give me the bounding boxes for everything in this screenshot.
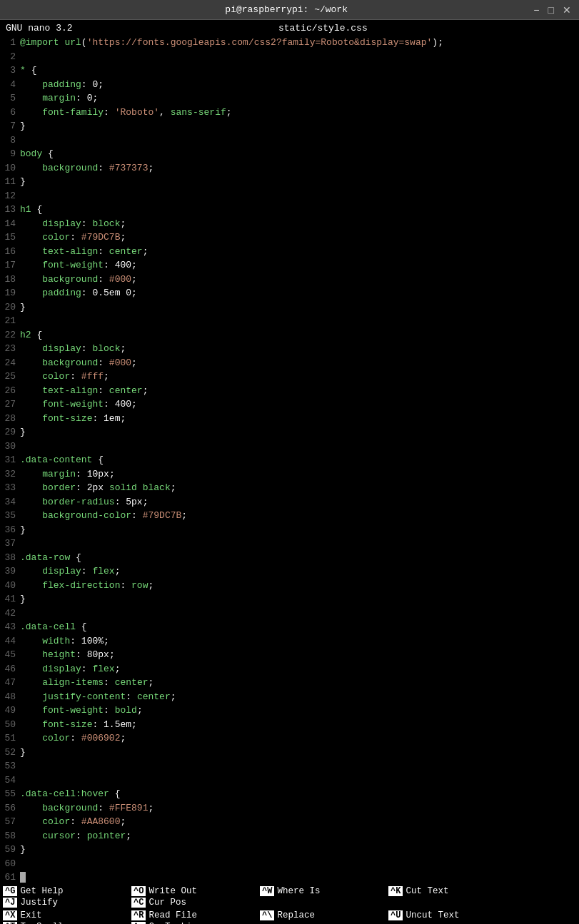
line-3: 3 * { (0, 64, 579, 78)
minimize-button[interactable]: − (531, 4, 541, 16)
line-38: 38 .data-row { (0, 551, 579, 565)
line-60: 60 (0, 857, 579, 871)
line-20: 20 } (0, 300, 579, 315)
line-51: 51 color: #006902; (0, 731, 579, 746)
line-14: 14 display: block; (0, 217, 579, 231)
line-23: 23 display: block; (0, 342, 579, 356)
line-12: 12 (0, 189, 579, 203)
line-49: 49 font-weight: bold; (0, 704, 579, 718)
line-33: 33 border: 2px solid black; (0, 481, 579, 495)
footer-item-spell[interactable]: ^T To Spell (0, 921, 129, 925)
line-46: 46 display: flex; (0, 662, 579, 676)
line-7: 7 } (0, 119, 579, 133)
line-50: 50 font-size: 1.5em; (0, 718, 579, 732)
nano-version: GNU nano 3.2 (6, 23, 73, 34)
key-read-file: ^R (131, 910, 146, 920)
footer-item-cut[interactable]: ^K Cut Text (386, 885, 514, 897)
key-goto: ^_ (131, 922, 146, 925)
line-59: 59 } (0, 843, 579, 857)
line-31: 31 .data-content { (0, 453, 579, 467)
line-58: 58 cursor: pointer; (0, 829, 579, 843)
line-41: 41 } (0, 592, 579, 606)
footer-item-exit[interactable]: ^X Exit (0, 910, 129, 921)
desc-replace: Replace (277, 910, 315, 920)
footer-item-read[interactable]: ^R Read File (129, 910, 257, 921)
desc-uncut: Uncut Text (406, 910, 459, 920)
line-22: 22 h2 { (0, 328, 579, 342)
title-bar-title: pi@raspberrypi: ~/work (41, 4, 531, 15)
desc-write-out: Write Out (148, 886, 197, 896)
close-button[interactable]: ✕ (560, 4, 573, 16)
line-28: 28 font-size: 1em; (0, 412, 579, 426)
line-42: 42 (0, 606, 579, 621)
desc-read-file: Read File (148, 910, 197, 920)
footer-item-justify[interactable]: ^J Justify (0, 897, 129, 908)
line-54: 54 (0, 773, 579, 788)
footer-item-goto[interactable]: ^_ Go To Line (129, 921, 257, 925)
line-1: 1 @import url('https://fonts.googleapis.… (0, 36, 579, 50)
key-justify: ^J (3, 898, 17, 908)
line-34: 34 border-radius: 5px; (0, 495, 579, 509)
key-where-is: ^W (260, 886, 274, 896)
line-6: 6 font-family: 'Roboto', sans-serif; (0, 106, 579, 120)
footer-item-replace[interactable]: ^\ Replace (257, 910, 386, 921)
key-uncut: ^U (388, 910, 403, 920)
footer-item-uncut[interactable]: ^U Uncut Text (386, 910, 514, 921)
line-45: 45 height: 80px; (0, 648, 579, 662)
line-13: 13 h1 { (0, 203, 579, 217)
key-exit: ^X (3, 910, 17, 920)
line-53: 53 (0, 759, 579, 773)
line-10: 10 background: #737373; (0, 161, 579, 176)
nano-header: GNU nano 3.2 static/style.css (0, 20, 579, 36)
footer-row-1: ^G Get Help ^O Write Out ^W Where Is ^K … (0, 885, 579, 909)
key-cut-text: ^K (388, 886, 403, 896)
line-9: 9 body { (0, 147, 579, 161)
line-61: 61 (0, 870, 579, 885)
footer-row-2: ^X Exit ^R Read File ^\ Replace ^U Uncut… (0, 909, 579, 925)
nano-filename: static/style.css (278, 23, 368, 34)
line-18: 18 background: #000; (0, 273, 579, 287)
line-5: 5 margin: 0; (0, 91, 579, 106)
key-write-out: ^O (131, 886, 146, 896)
footer-item-where[interactable]: ^W Where Is (257, 885, 386, 897)
line-8: 8 (0, 133, 579, 148)
footer-item-cur-pos[interactable]: ^C Cur Pos (129, 897, 257, 908)
line-44: 44 width: 100%; (0, 634, 579, 649)
line-57: 57 color: #AA8600; (0, 815, 579, 829)
desc-spell: To Spell (20, 922, 63, 925)
title-bar-controls: − □ ✕ (531, 4, 573, 16)
line-47: 47 align-items: center; (0, 676, 579, 690)
line-48: 48 justify-content: center; (0, 690, 579, 704)
line-29: 29 } (0, 425, 579, 440)
line-2: 2 (0, 50, 579, 64)
line-30: 30 (0, 440, 579, 454)
line-15: 15 color: #79DC7B; (0, 230, 579, 245)
key-cur-pos: ^C (131, 898, 146, 908)
footer-item-write[interactable]: ^O Write Out (129, 885, 257, 897)
line-21: 21 (0, 314, 579, 328)
line-24: 24 background: #000; (0, 356, 579, 370)
line-17: 17 font-weight: 400; (0, 258, 579, 273)
line-36: 36 } (0, 523, 579, 537)
line-35: 35 background-color: #79DC7B; (0, 509, 579, 523)
desc-cur-pos: Cur Pos (148, 898, 186, 908)
desc-goto: Go To Line (148, 922, 202, 925)
line-37: 37 (0, 537, 579, 551)
line-19: 19 padding: 0.5em 0; (0, 286, 579, 300)
line-26: 26 text-align: center; (0, 384, 579, 398)
maximize-button[interactable]: □ (546, 4, 556, 16)
desc-get-help: Get Help (20, 886, 63, 896)
line-11: 11 } (0, 175, 579, 189)
footer-item-help: ^G Get Help (0, 885, 129, 897)
key-spell: ^T (3, 922, 17, 925)
line-55: 55 .data-cell:hover { (0, 787, 579, 801)
title-bar: pi@raspberrypi: ~/work − □ ✕ (0, 0, 579, 20)
line-43: 43 .data-cell { (0, 620, 579, 634)
line-32: 32 margin: 10px; (0, 467, 579, 482)
key-replace: ^\ (260, 910, 274, 920)
line-52: 52 } (0, 746, 579, 760)
line-56: 56 background: #FFE891; (0, 801, 579, 816)
editor-area[interactable]: 1 @import url('https://fonts.googleapis.… (0, 36, 579, 885)
desc-cut-text: Cut Text (406, 886, 448, 896)
nano-footer: ^G Get Help ^O Write Out ^W Where Is ^K … (0, 885, 579, 925)
